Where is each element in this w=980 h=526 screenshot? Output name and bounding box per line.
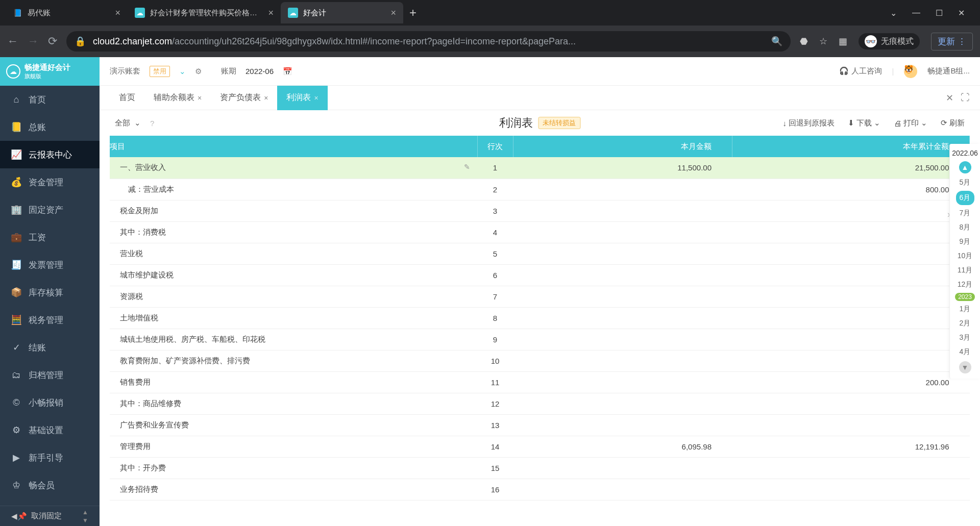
table-row[interactable]: 其中：开办费 15	[110, 457, 970, 479]
cell-line: 5	[477, 243, 513, 264]
table-row[interactable]: 业务招待费 16	[110, 479, 970, 500]
rail-down-button[interactable]: ▼	[959, 361, 971, 373]
update-button[interactable]: 更新 ⋮	[931, 33, 973, 51]
sidebar-item-4[interactable]: 🏢固定资产	[0, 196, 100, 223]
period-value[interactable]: 2022-06	[246, 67, 274, 76]
cell-item: 其中：消费税	[110, 221, 477, 243]
close-icon[interactable]: ×	[390, 8, 396, 18]
page-tab-0[interactable]: 首页	[110, 86, 144, 110]
app-container: ☁ 畅捷通好会计 旗舰版 ⌂首页📒总账📈云报表中心💰资金管理🏢固定资产💼工资🧾发…	[0, 57, 980, 526]
account-name[interactable]: 演示账套	[110, 66, 140, 76]
refresh-button[interactable]: ⟳ 刷新	[941, 118, 965, 128]
reload-button[interactable]: ⟳	[48, 35, 57, 48]
calendar-icon[interactable]: 📅	[283, 67, 292, 76]
sidebar-item-5[interactable]: 💼工资	[0, 223, 100, 251]
forward-button[interactable]: →	[28, 35, 39, 48]
browser-tab-0[interactable]: 📘 易代账 ×	[5, 2, 128, 23]
table-row[interactable]: 广告费和业务宣传费 13	[110, 414, 970, 436]
chevron-down-icon[interactable]: ⌄	[179, 67, 186, 76]
toolbar-actions: ↓ 回退到原报表 ⬇ 下载 ⌄ 🖨 打印 ⌄ ⟳ 刷新	[783, 118, 965, 128]
username[interactable]: 畅捷通B组...	[927, 66, 970, 76]
rail-month[interactable]: 11月	[956, 263, 974, 278]
page-tab-label: 资产负债表	[220, 92, 261, 103]
close-icon[interactable]: ×	[264, 94, 268, 102]
logo[interactable]: ☁ 畅捷通好会计 旗舰版	[0, 57, 100, 86]
print-button[interactable]: 🖨 打印 ⌄	[894, 118, 927, 128]
support-button[interactable]: 🎧 人工咨询	[839, 66, 881, 76]
table-row[interactable]: 土地增值税 8	[110, 307, 970, 329]
close-icon[interactable]: ×	[268, 8, 274, 18]
table-row[interactable]: 销售费用 11 200.00	[110, 371, 970, 393]
edit-icon[interactable]: ✎	[464, 163, 470, 171]
fullscreen-icon[interactable]: ⛶	[961, 92, 970, 104]
sidebar-unpin[interactable]: ◀📌 取消固定 ▲▼	[0, 506, 100, 526]
chevron-down-icon[interactable]: ⌄	[890, 8, 897, 18]
sidebar-item-14[interactable]: ♔畅会员	[0, 471, 100, 499]
rail-month[interactable]: 7月	[956, 206, 974, 220]
table-row[interactable]: 其中：商品维修费 12	[110, 393, 970, 414]
table-row[interactable]: 税金及附加 3	[110, 200, 970, 221]
browser-tab-2[interactable]: ☁ 好会计 ×	[281, 2, 403, 23]
avatar[interactable]: 🐯	[904, 65, 917, 78]
cell-year	[732, 307, 970, 329]
rail-month[interactable]: 1月	[960, 302, 971, 316]
close-all-icon[interactable]: ✕	[946, 92, 953, 104]
maximize-icon[interactable]: ☐	[936, 8, 943, 18]
back-button[interactable]: ←	[7, 35, 18, 48]
page-tab-3[interactable]: 利润表×	[277, 86, 327, 110]
rail-month[interactable]: 2月	[960, 316, 971, 331]
puzzle-icon[interactable]: ▦	[839, 36, 847, 47]
sidebar-item-9[interactable]: ✓结账	[0, 334, 100, 361]
rail-up-button[interactable]: ▲	[959, 161, 971, 173]
rail-month[interactable]: 9月	[956, 235, 974, 249]
gear-icon[interactable]: ⚙	[195, 67, 202, 76]
sidebar-item-3[interactable]: 💰资金管理	[0, 168, 100, 196]
table-row[interactable]: 一、营业收入✎ 1 11,500.00 21,500.00	[110, 157, 970, 179]
zoom-icon[interactable]: 🔍	[771, 36, 782, 47]
sidebar-item-12[interactable]: ⚙基础设置	[0, 416, 100, 444]
minimize-icon[interactable]: —	[912, 8, 920, 18]
rail-month[interactable]: 8月	[956, 220, 974, 235]
filter-dropdown[interactable]: 全部 ⌄	[115, 118, 141, 128]
download-button[interactable]: ⬇ 下载 ⌄	[848, 118, 880, 128]
close-window-icon[interactable]: ✕	[958, 8, 965, 18]
sidebar-item-1[interactable]: 📒总账	[0, 113, 100, 141]
sidebar-item-8[interactable]: 🧮税务管理	[0, 306, 100, 334]
rail-month[interactable]: 3月	[960, 331, 971, 345]
table-row[interactable]: 营业税 5	[110, 243, 970, 264]
sidebar-item-13[interactable]: ▶新手引导	[0, 444, 100, 471]
help-icon[interactable]: ?	[150, 119, 154, 128]
page-tab-2[interactable]: 资产负债表×	[211, 86, 277, 110]
close-icon[interactable]: ×	[198, 94, 202, 102]
sidebar-item-0[interactable]: ⌂首页	[0, 86, 100, 113]
sidebar-scroll-icon[interactable]: ▲▼	[82, 509, 88, 524]
rail-month[interactable]: 10月	[956, 249, 974, 263]
table-row[interactable]: 资源税 7	[110, 286, 970, 307]
url-input[interactable]: 🔒 cloud2.chanjet.com/accounting/uh26t264…	[66, 31, 791, 52]
table-row[interactable]: 城市维护建设税 6	[110, 264, 970, 286]
table-row[interactable]: 减：营业成本 2 800.00	[110, 179, 970, 200]
rail-month[interactable]: 4月	[960, 345, 971, 359]
close-icon[interactable]: ×	[115, 8, 120, 18]
table-row[interactable]: 教育费附加、矿产资源补偿费、排污费 10	[110, 350, 970, 371]
year-chip[interactable]: 2023	[955, 293, 975, 301]
sidebar-item-2[interactable]: 📈云报表中心	[0, 141, 100, 168]
new-tab-button[interactable]: +	[409, 6, 416, 20]
rail-month[interactable]: 6月	[956, 191, 974, 205]
revert-button[interactable]: ↓ 回退到原报表	[783, 118, 835, 128]
table-row[interactable]: 其中：消费税 4	[110, 221, 970, 243]
rail-month[interactable]: 12月	[956, 278, 974, 292]
table-row[interactable]: 城镇土地使用税、房产税、车船税、印花税 9	[110, 329, 970, 350]
star-icon[interactable]: ☆	[819, 36, 827, 47]
page-tab-1[interactable]: 辅助余额表×	[144, 86, 211, 110]
sidebar-item-10[interactable]: 🗂归档管理	[0, 361, 100, 389]
rail-month[interactable]: 5月	[956, 176, 974, 190]
browser-tab-1[interactable]: ☁ 好会计财务管理软件购买价格及… ×	[128, 2, 281, 23]
sidebar-item-6[interactable]: 🧾发票管理	[0, 251, 100, 279]
close-icon[interactable]: ×	[314, 94, 318, 102]
disable-chip[interactable]: 禁用	[150, 66, 170, 77]
sidebar-item-7[interactable]: 📦库存核算	[0, 279, 100, 306]
sidebar-item-11[interactable]: ©小畅报销	[0, 389, 100, 416]
extension-icon[interactable]: ⬣	[800, 36, 808, 47]
table-row[interactable]: 管理费用 14 6,095.98 12,191.96	[110, 436, 970, 457]
